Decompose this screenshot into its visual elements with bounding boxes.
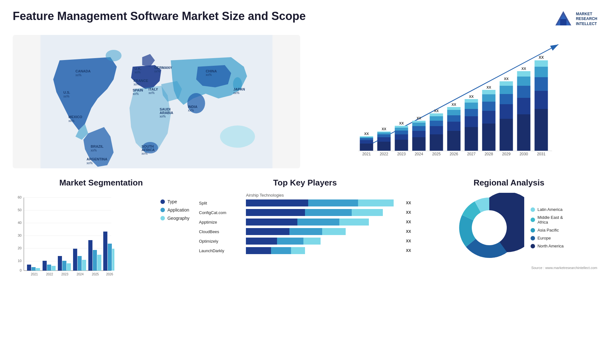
svg-text:XX: XX [399,121,404,125]
legend-type: Type [160,199,189,204]
logo-area: MARKETRESEARCHINTELLECT [554,10,597,29]
north-america-dot [531,244,535,248]
svg-point-161 [472,210,507,245]
segmentation-section: Market Segmentation 60 50 40 30 20 10 0 [13,178,189,283]
player-row-launchdarkly: LaunchDarkly XX [199,247,411,254]
middle-east-label: Middle East &Africa [538,215,563,225]
svg-rect-88 [465,103,478,109]
players-section: Top Key Players Airship Technologies Spl… [199,178,411,283]
svg-rect-72 [430,126,443,134]
svg-rect-46 [360,137,373,138]
svg-rect-155 [97,255,101,271]
svg-rect-53 [377,132,391,134]
player-name-launchdarkly: LaunchDarkly [199,248,243,253]
svg-rect-110 [517,71,531,77]
svg-rect-102 [500,86,513,94]
svg-rect-94 [482,102,496,111]
svg-text:2028: 2028 [485,152,493,156]
asia-pacific-label: Asia Pacific [538,228,559,233]
svg-rect-157 [103,232,107,271]
svg-text:U.K.: U.K. [135,67,142,71]
svg-rect-75 [430,113,443,116]
page-title: Feature Management Software Market Size … [13,10,306,23]
svg-text:60: 60 [18,195,22,199]
svg-rect-92 [482,124,496,151]
svg-rect-151 [82,260,86,271]
player-val-configcat: XX [406,210,411,215]
svg-text:xx%: xx% [206,73,212,77]
svg-rect-66 [412,126,426,131]
svg-text:xx%: xx% [234,91,240,95]
svg-rect-57 [395,140,408,151]
svg-rect-81 [447,110,461,115]
svg-text:2026: 2026 [450,152,458,156]
svg-text:xx%: xx% [91,149,97,152]
svg-rect-64 [412,137,426,151]
svg-text:2024: 2024 [77,273,84,276]
svg-rect-103 [500,81,513,86]
map-section: CANADA xx% U.S. xx% MEXICO xx% BRAZIL xx… [13,35,300,168]
svg-text:SPAIN: SPAIN [133,88,143,92]
player-bar-configcat [246,209,401,216]
type-label: Type [167,199,177,204]
svg-text:XX: XX [469,95,474,98]
svg-rect-73 [430,121,443,126]
legend-application: Application [160,207,189,212]
svg-rect-45 [360,138,373,140]
top-row: CANADA xx% U.S. xx% MEXICO xx% BRAZIL xx… [13,35,597,168]
svg-rect-79 [447,122,461,131]
player-name-apptimize: Apptimize [199,220,243,225]
svg-rect-114 [535,91,548,109]
player-val-apptimize: XX [406,220,411,224]
svg-text:2029: 2029 [502,152,511,156]
svg-text:CHINA: CHINA [206,69,217,73]
svg-text:GERMANY: GERMANY [154,66,173,70]
seg-chart-area: 60 50 40 30 20 10 0 [13,193,154,283]
svg-text:0: 0 [20,268,22,272]
svg-rect-78 [447,131,461,151]
bar-seg-light [291,247,305,254]
geography-label: Geography [167,216,189,221]
page-header: Feature Management Software Market Size … [13,10,597,29]
svg-point-8 [220,125,255,148]
svg-rect-89 [465,99,478,103]
logo-icon [554,10,573,29]
pie-chart-svg [454,193,524,263]
svg-text:FRANCE: FRANCE [134,79,148,83]
svg-rect-61 [395,126,408,128]
svg-rect-160 [112,249,114,271]
bar-seg-mid [297,219,339,226]
player-bar-optimizely [246,238,401,245]
legend-asia-pacific: Asia Pacific [531,228,564,233]
svg-text:10: 10 [18,259,22,263]
svg-rect-113 [535,109,548,151]
svg-text:xx%: xx% [76,73,82,77]
svg-text:2023: 2023 [397,152,406,156]
svg-text:2021: 2021 [31,273,38,276]
svg-rect-154 [93,250,97,271]
player-name-optimizely: Optimizely [199,239,243,244]
player-val-cloudbees: XX [406,229,411,234]
svg-point-4 [106,50,122,61]
bar-seg-dark [246,209,305,216]
svg-text:INDIA: INDIA [188,105,198,109]
svg-rect-2 [560,19,566,25]
svg-rect-86 [465,116,478,127]
svg-text:XX: XX [486,85,491,89]
player-name-split: Split [199,201,243,206]
regional-wrap: Latin America Middle East &Africa Asia P… [421,193,597,263]
svg-text:2022: 2022 [380,152,388,156]
logo-text: MARKETRESEARCHINTELLECT [576,12,597,27]
svg-text:2024: 2024 [415,152,423,156]
legend-north-america: North America [531,244,564,248]
svg-rect-158 [108,244,112,271]
svg-text:xx%: xx% [142,152,148,155]
svg-rect-99 [500,119,513,151]
svg-rect-141 [43,261,47,271]
players-title: Top Key Players [199,178,411,188]
player-bar-split [246,199,401,206]
segmentation-wrap: 60 50 40 30 20 10 0 [13,193,189,283]
svg-rect-116 [535,67,548,77]
svg-text:2021: 2021 [362,152,371,156]
svg-rect-67 [412,123,426,126]
